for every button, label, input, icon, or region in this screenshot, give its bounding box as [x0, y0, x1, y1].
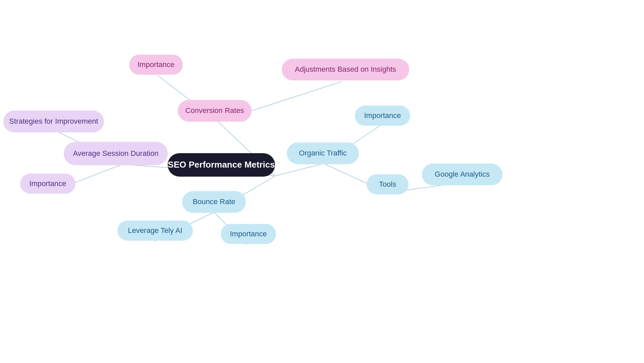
importance-bounce-node: Importance: [221, 224, 276, 244]
organic-traffic-node: Organic Traffic: [287, 142, 359, 164]
strategies-node: Strategies for Improvement: [3, 111, 104, 132]
bounce-rate-node: Bounce Rate: [182, 191, 246, 213]
center-node: SEO Performance Metrics: [168, 153, 275, 177]
google-analytics-node: Google Analytics: [422, 164, 502, 185]
importance-pink-node: Importance: [129, 55, 183, 75]
svg-line-9: [275, 164, 324, 176]
leverage-tely-node: Leverage Tely AI: [117, 221, 193, 241]
importance-blue-node: Importance: [355, 106, 410, 126]
conversion-rates-node: Conversion Rates: [178, 100, 252, 122]
avg-session-node: Average Session Duration: [64, 142, 168, 165]
adjustments-node: Adjustments Based on Insights: [282, 59, 409, 80]
tools-node: Tools: [367, 174, 409, 194]
importance-purple-node: Importance: [20, 174, 75, 194]
connection-lines: [0, 0, 644, 363]
